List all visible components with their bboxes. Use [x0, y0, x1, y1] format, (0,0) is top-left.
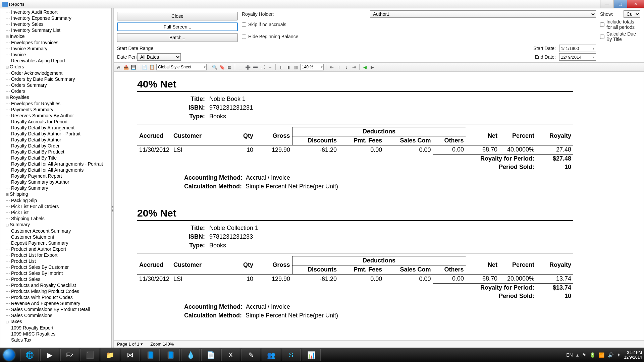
tree-group[interactable]: Shipping: [6, 191, 111, 197]
bookmark-icon[interactable]: 🔖: [219, 64, 225, 70]
print-icon[interactable]: 🖨: [116, 64, 122, 70]
include-totals-checkbox[interactable]: [600, 22, 604, 27]
taskbar-app4-icon[interactable]: 💧: [181, 349, 200, 361]
taskbar-app6-icon[interactable]: 📊: [302, 349, 321, 361]
tray-clock[interactable]: 3:52 PM 12/9/2014: [624, 350, 642, 360]
tree-item[interactable]: Pick List: [2, 209, 111, 216]
maximize-button[interactable]: ▢: [613, 0, 627, 8]
tree-item[interactable]: Orders Summary: [2, 82, 111, 88]
tree-group[interactable]: Orders: [6, 64, 111, 70]
tree-item[interactable]: Pick List For All Orders: [2, 203, 111, 209]
royalty-holder-combo[interactable]: Author1: [370, 10, 596, 18]
tree-item[interactable]: Royalty Accruals for Period: [2, 119, 111, 125]
back-icon[interactable]: ◀: [362, 64, 368, 70]
show-combo[interactable]: Customer Name: [624, 10, 640, 18]
page-multi-icon[interactable]: ▥: [293, 64, 299, 70]
tree-item[interactable]: Invoice: [2, 52, 111, 58]
tray-lang[interactable]: EN: [566, 352, 573, 358]
tree-item[interactable]: Sales Commissions: [2, 312, 111, 318]
start-date-picker[interactable]: 1/ 1/1900▾: [559, 45, 596, 52]
tree-item[interactable]: Orders: [2, 88, 111, 94]
taskbar-filezilla-icon[interactable]: Fz: [60, 349, 79, 361]
tray-sync-icon[interactable]: ✦: [617, 352, 621, 358]
tree-item[interactable]: Revenue And Expense Summary: [2, 300, 111, 306]
skip-no-accruals-checkbox[interactable]: [242, 22, 246, 27]
taskbar-people-icon[interactable]: 👥: [262, 349, 280, 361]
report-tree[interactable]: Inventory Audit ReportInventory Expense …: [0, 8, 112, 348]
zoom-out-icon[interactable]: ➖: [252, 64, 258, 70]
taskbar-app5-icon[interactable]: 📄: [201, 349, 220, 361]
paste-icon[interactable]: 📋: [149, 64, 155, 70]
titlebar[interactable]: Reports — ▢ ✕: [0, 0, 644, 8]
calculate-due-by-title-checkbox[interactable]: [600, 35, 604, 39]
prev-page-icon[interactable]: ↑: [336, 64, 342, 70]
tree-item[interactable]: Orders by Date Paid Summary: [2, 76, 111, 82]
report-viewer[interactable]: 40% Net Title: Noble Book 1 ISBN: 978123…: [114, 72, 644, 340]
next-page-icon[interactable]: ↓: [343, 64, 350, 70]
last-page-icon[interactable]: ⇥: [351, 64, 357, 70]
taskbar-np-icon[interactable]: ✎: [241, 349, 260, 361]
tray-flag-icon[interactable]: ⚑: [582, 352, 586, 358]
tree-item[interactable]: Royalty Detail By Title: [2, 155, 111, 161]
tree-item[interactable]: Product Sales: [2, 276, 111, 282]
fullscreen-button[interactable]: Full Screen...: [117, 22, 238, 31]
tree-item[interactable]: Envelopes for Royalties: [2, 101, 111, 107]
tree-item[interactable]: Packing Slip: [2, 197, 111, 203]
tree-item[interactable]: Royalty Detail by Author: [2, 137, 111, 143]
save-icon[interactable]: 💾: [130, 64, 137, 70]
page-indicator[interactable]: Page 1 of 1 ▾: [117, 342, 143, 347]
hide-beginning-balance-checkbox[interactable]: [242, 35, 246, 39]
taskbar[interactable]: 🌐 ▶ Fz ⬛ 📁 ⋈ 📘 📘 💧 📄 X ✎ 👥 S 📊 EN ▴ ⚑ 🔋 …: [0, 348, 644, 362]
tree-item[interactable]: Products and Royalty Checklist: [2, 282, 111, 288]
tree-item[interactable]: Inventory Sales: [2, 21, 111, 27]
tree-item[interactable]: Royalty Detail by Order: [2, 143, 111, 149]
first-page-icon[interactable]: ⇤: [329, 64, 335, 70]
close-window-button[interactable]: ✕: [627, 0, 644, 8]
find-icon[interactable]: 🔍: [212, 64, 218, 70]
page-cont-icon[interactable]: ▮: [285, 64, 291, 70]
tree-item[interactable]: Inventory Expense Summary: [2, 15, 111, 21]
tree-item[interactable]: Invoice Summary: [2, 46, 111, 52]
tree-item[interactable]: 1099 Royalty Export: [2, 325, 111, 331]
page-single-icon[interactable]: ▯: [278, 64, 284, 70]
taskbar-app-icon[interactable]: ⬛: [80, 349, 99, 361]
taskbar-vs-icon[interactable]: ⋈: [121, 349, 140, 361]
taskbar-explorer-icon[interactable]: 📁: [101, 349, 119, 361]
zoom-combo[interactable]: 140 %: [300, 64, 324, 70]
tree-item[interactable]: Receivables Aging Report: [2, 58, 111, 64]
tree-item[interactable]: Product Sales By Customer: [2, 264, 111, 270]
zoom-fit-icon[interactable]: ⛶: [260, 64, 266, 70]
tray-up-icon[interactable]: ▴: [576, 352, 579, 358]
thumbnail-icon[interactable]: ▦: [226, 64, 232, 70]
tree-item[interactable]: Sales Tax: [2, 337, 111, 343]
tree-item[interactable]: Inventory Summary List: [2, 27, 111, 33]
tree-item[interactable]: Customer Account Summary: [2, 228, 111, 234]
tree-item[interactable]: Customer Statement: [2, 234, 111, 240]
tree-group[interactable]: Taxes: [6, 318, 111, 325]
zoom-select-icon[interactable]: ⬚: [237, 64, 244, 70]
minimize-button[interactable]: —: [600, 0, 613, 8]
tray-battery-icon[interactable]: 🔋: [590, 352, 595, 358]
forward-icon[interactable]: ▶: [369, 64, 375, 70]
tree-group[interactable]: Summary: [6, 222, 111, 228]
tree-item[interactable]: Sales Commissions By Product Detail: [2, 306, 111, 312]
tree-item[interactable]: Royalty Summary: [2, 185, 111, 191]
copy-icon[interactable]: 📄: [142, 64, 148, 70]
date-period-combo[interactable]: All Dates: [137, 53, 181, 61]
tree-item[interactable]: Royalty Detail By Product: [2, 149, 111, 155]
zoom-in-icon[interactable]: ➕: [245, 64, 251, 70]
tree-item[interactable]: Product and Author Export: [2, 246, 111, 252]
tree-item[interactable]: Products Missing Product Codes: [2, 288, 111, 294]
end-date-picker[interactable]: 12/ 9/2014▾: [559, 53, 596, 61]
tree-item[interactable]: Royalty Detail by Arrangement: [2, 125, 111, 131]
taskbar-excel-icon[interactable]: X: [221, 349, 240, 361]
tree-group[interactable]: Invoice: [6, 33, 111, 40]
tree-item[interactable]: Royalty Detail by Author - Portrait: [2, 131, 111, 137]
tree-item[interactable]: Payments Summary: [2, 107, 111, 113]
batch-button[interactable]: Batch...: [117, 33, 238, 42]
zoom-width-icon[interactable]: ↔: [267, 64, 273, 70]
tree-item[interactable]: Products With Product Codes: [2, 294, 111, 300]
taskbar-chrome-icon[interactable]: 🌐: [20, 349, 39, 361]
tree-item[interactable]: Product Sales By Imprint: [2, 270, 111, 276]
tree-item[interactable]: 1099-MISC Royalties: [2, 331, 111, 337]
